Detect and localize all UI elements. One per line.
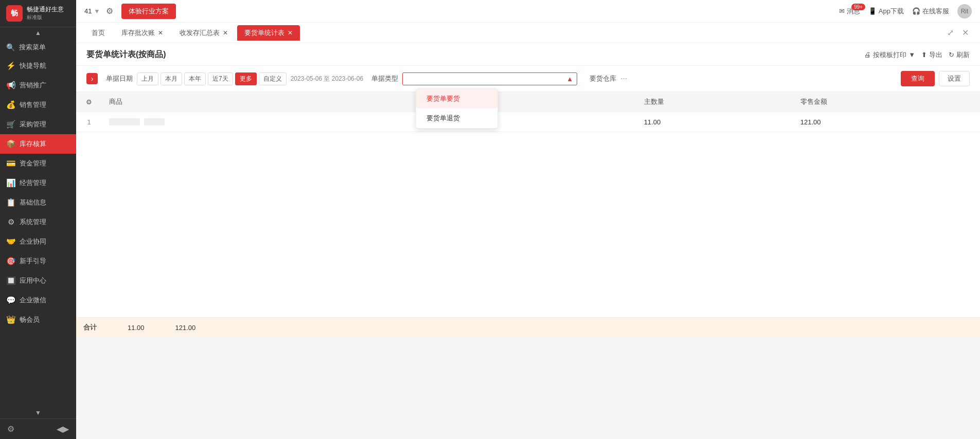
filter-bar: › 单据日期 上月 本月 本年 近7天 更多 自定义 2023-05-06 至 … — [76, 66, 980, 92]
dropdown-item-order-goods[interactable]: 要货单要货 — [416, 89, 497, 108]
footer-amount: 121.00 — [175, 324, 196, 332]
sidebar-item-purchase[interactable]: 🛒 采购管理 — [0, 115, 76, 134]
date-range-display: 2023-05-06 至 2023-06-06 — [291, 75, 363, 83]
purchase-icon: 🛒 — [6, 120, 15, 129]
date-label: 单据日期 — [106, 74, 133, 83]
sidebar-item-apps[interactable]: 🔲 应用中心 — [0, 271, 76, 290]
tab-expand-icon[interactable]: ⤢ — [944, 27, 957, 39]
export-icon: ⬆ — [921, 51, 927, 59]
settings-icon[interactable]: ⚙ — [7, 424, 14, 434]
sidebar-item-sales[interactable]: 💰 销售管理 — [0, 95, 76, 115]
warehouse-filter-group: 要货仓库 ··· — [590, 74, 627, 83]
collapse-icon[interactable]: ◀▶ — [57, 424, 69, 434]
sidebar-item-label: 经营管理 — [20, 178, 46, 188]
sidebar-scroll-up[interactable]: ▲ — [0, 27, 76, 39]
date-btn-this-year[interactable]: 本年 — [184, 72, 206, 85]
sidebar-item-basic[interactable]: 📋 基础信息 — [0, 193, 76, 212]
sidebar-item-label: 企业微信 — [20, 296, 46, 305]
sidebar-item-enterprise[interactable]: 🤝 企业协同 — [0, 232, 76, 251]
date-btn-7days[interactable]: 近7天 — [208, 72, 233, 85]
tab-home[interactable]: 首页 — [84, 25, 112, 41]
row-index: 1 — [76, 112, 102, 132]
sidebar-item-quick-nav[interactable]: ⚡ 快捷导航 — [0, 56, 76, 76]
promo-button[interactable]: 体验行业方案 — [121, 4, 176, 19]
tab-order-stat[interactable]: 要货单统计表 ✕ — [237, 25, 300, 41]
sidebar-nav: ⚡ 快捷导航 📢 营销推广 💰 销售管理 🛒 采购管理 📦 库存核算 💳 资金管… — [0, 56, 76, 407]
sidebar-item-label: 快捷导航 — [20, 61, 46, 70]
operations-icon: 📊 — [6, 178, 15, 188]
filter-actions: 查询 设置 — [901, 71, 970, 86]
print-button[interactable]: 🖨 按模板打印 ▼ — [864, 50, 915, 60]
date-btn-custom[interactable]: 自定义 — [259, 72, 287, 85]
col-amount: 零售金额 — [793, 92, 980, 112]
type-label: 单据类型 — [371, 74, 398, 83]
sidebar-item-label: 采购管理 — [20, 120, 46, 129]
sidebar-item-label: 系统管理 — [20, 217, 46, 227]
sidebar-item-inventory[interactable]: 📦 库存核算 — [0, 134, 76, 154]
date-more-badge[interactable]: 更多 — [235, 72, 257, 85]
logo-icon: 畅 — [6, 5, 23, 22]
tab-order-stat-close-icon[interactable]: ✕ — [288, 29, 293, 36]
tab-batch-close-icon[interactable]: ✕ — [158, 29, 163, 36]
row-product — [102, 112, 419, 132]
warehouse-more-icon[interactable]: ··· — [620, 74, 627, 83]
sidebar-item-guide[interactable]: 🎯 新手引导 — [0, 251, 76, 271]
sidebar-item-wechat[interactable]: 💬 企业微信 — [0, 290, 76, 310]
tab-receivable-label: 收发存汇总表 — [180, 28, 220, 38]
sidebar-item-system[interactable]: ⚙ 系统管理 — [0, 212, 76, 232]
sidebar-item-operations[interactable]: 📊 经营管理 — [0, 173, 76, 193]
product-name-placeholder — [144, 118, 165, 125]
date-btn-last-month[interactable]: 上月 — [137, 72, 158, 85]
export-label: 导出 — [929, 50, 942, 60]
set-button[interactable]: 设置 — [939, 71, 970, 86]
col-qty: 主数量 — [637, 92, 793, 112]
sidebar-item-label: 基础信息 — [20, 198, 46, 207]
logo-sub: 标准版 — [27, 14, 64, 21]
messages-button[interactable]: ✉ 消息 99+ — [839, 7, 860, 16]
expand-button[interactable]: › — [86, 73, 98, 84]
sidebar-search[interactable]: 🔍 搜索菜单 — [0, 39, 76, 56]
type-dropdown: 要货单要货 要货单退货 — [416, 88, 498, 129]
tab-batch[interactable]: 库存批次账 ✕ — [114, 25, 170, 41]
refresh-button[interactable]: ↻ 刷新 — [949, 50, 970, 60]
app-download-button[interactable]: 📱 App下载 — [868, 7, 904, 16]
tab-receivable-close-icon[interactable]: ✕ — [223, 29, 228, 36]
sidebar-item-marketing[interactable]: 📢 营销推广 — [0, 76, 76, 95]
dropdown-item-order-return[interactable]: 要货单退货 — [416, 108, 497, 128]
col-product: 商品 — [102, 92, 419, 112]
table-footer: 合计 11.00 121.00 — [76, 317, 980, 337]
logo-name: 畅捷通好生意 — [27, 6, 64, 14]
tab-order-stat-label: 要货单统计表 — [244, 28, 284, 38]
sidebar-item-label: 应用中心 — [20, 276, 46, 285]
type-select-arrow-icon[interactable]: ▲ — [566, 75, 573, 83]
tab-bar: 首页 库存批次账 ✕ 收发存汇总表 ✕ 要货单统计表 ✕ ⤢ ✕ — [76, 23, 980, 43]
sidebar-scroll-down[interactable]: ▼ — [0, 407, 76, 418]
tab-close-all-icon[interactable]: ✕ — [959, 27, 972, 39]
date-btn-this-month[interactable]: 本月 — [161, 72, 182, 85]
avatar-text: Rit — [961, 8, 969, 15]
type-select-input[interactable] — [402, 72, 577, 85]
tab-window-buttons: ⤢ ✕ — [944, 27, 972, 39]
store-selector[interactable]: 41 ▼ — [84, 7, 100, 15]
search-label: 搜索菜单 — [19, 43, 46, 52]
sidebar-item-member[interactable]: 👑 畅会员 — [0, 310, 76, 330]
system-icon: ⚙ — [6, 217, 15, 227]
table-header: ⚙ 商品 主计量单位 主数量 零售金额 — [76, 92, 980, 112]
marketing-icon: 📢 — [6, 81, 15, 90]
tab-batch-label: 库存批次账 — [121, 28, 155, 38]
sidebar-item-finance[interactable]: 💳 资金管理 — [0, 154, 76, 173]
sidebar-bottom: ⚙ ◀▶ — [0, 418, 76, 439]
sidebar-item-label: 新手引导 — [20, 257, 46, 266]
finance-icon: 💳 — [6, 159, 15, 168]
gear-icon[interactable]: ⚙ — [106, 6, 113, 16]
page-title: 要货单统计表(按商品) — [86, 49, 166, 60]
sales-icon: 💰 — [6, 100, 15, 109]
avatar[interactable]: Rit — [957, 4, 972, 19]
col-settings[interactable]: ⚙ — [76, 92, 102, 112]
footer-label: 合计 — [83, 323, 97, 332]
export-button[interactable]: ⬆ 导出 — [921, 50, 942, 60]
tab-receivable[interactable]: 收发存汇总表 ✕ — [172, 25, 235, 41]
service-button[interactable]: 🎧 在线客服 — [912, 7, 949, 16]
query-button[interactable]: 查询 — [901, 71, 935, 86]
quick-nav-icon: ⚡ — [6, 61, 15, 70]
